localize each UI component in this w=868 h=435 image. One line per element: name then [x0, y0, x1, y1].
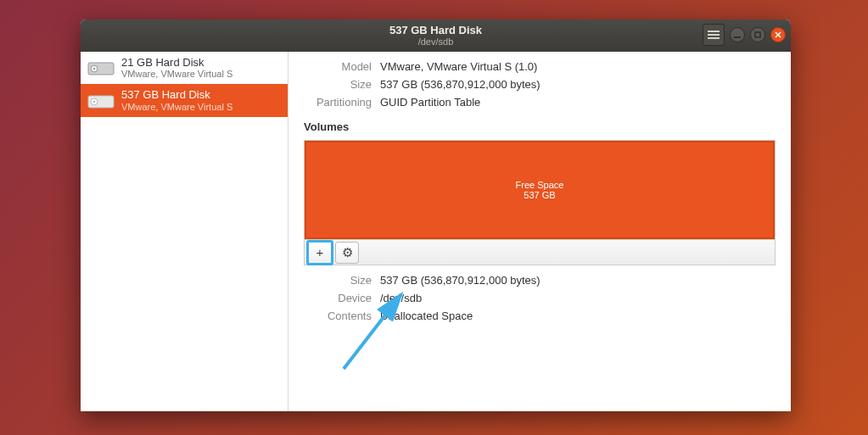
vol-info-row-device: Device /dev/sdb [304, 292, 776, 304]
volume-segment-free-space[interactable]: Free Space 537 GB [305, 141, 775, 239]
hamburger-menu-button[interactable] [703, 24, 725, 46]
hard-disk-icon [87, 58, 115, 78]
size-value: 537 GB (536,870,912,000 bytes) [380, 78, 540, 91]
partitioning-label: Partitioning [304, 96, 380, 109]
svg-point-12 [93, 101, 95, 103]
sidebar-item-title: 21 GB Hard Disk [121, 57, 232, 69]
partitioning-value: GUID Partition Table [380, 96, 480, 109]
volume-segment-size: 537 GB [524, 190, 555, 200]
svg-rect-0 [708, 31, 720, 32]
sidebar-item-text: 21 GB Hard Disk VMware, VMware Virtual S [121, 57, 232, 79]
sidebar-item-disk-1[interactable]: 537 GB Hard Disk VMware, VMware Virtual … [81, 84, 288, 116]
vol-device-value: /dev/sdb [380, 292, 422, 304]
hard-disk-icon [87, 91, 115, 111]
window-title: 537 GB Hard Disk [389, 24, 482, 37]
window-body: 21 GB Hard Disk VMware, VMware Virtual S… [81, 52, 791, 411]
vol-info-row-size: Size 537 GB (536,870,912,000 bytes) [304, 274, 776, 287]
vol-info-row-contents: Contents Unallocated Space [304, 310, 776, 322]
vol-size-label: Size [304, 274, 380, 287]
info-row-partitioning: Partitioning GUID Partition Table [304, 96, 776, 109]
sidebar-item-disk-0[interactable]: 21 GB Hard Disk VMware, VMware Virtual S [81, 52, 288, 84]
disk-sidebar: 21 GB Hard Disk VMware, VMware Virtual S… [81, 52, 288, 411]
info-row-model: Model VMware, VMware Virtual S (1.0) [304, 60, 776, 73]
svg-rect-2 [708, 37, 720, 39]
maximize-button[interactable] [750, 27, 765, 42]
info-row-size: Size 537 GB (536,870,912,000 bytes) [304, 78, 776, 91]
gear-icon: ⚙ [342, 245, 353, 260]
model-label: Model [304, 60, 380, 73]
plus-icon: + [316, 245, 324, 259]
vol-size-value: 537 GB (536,870,912,000 bytes) [380, 274, 540, 287]
titlebar-controls [703, 24, 786, 46]
window-subtitle: /dev/sdb [389, 36, 482, 47]
sidebar-item-subtitle: VMware, VMware Virtual S [121, 69, 232, 79]
size-label: Size [304, 78, 380, 91]
disks-window: 537 GB Hard Disk /dev/sdb 21 GB Hard Dis [81, 20, 791, 411]
volume-settings-button[interactable]: ⚙ [335, 242, 359, 264]
volume-diagram: Free Space 537 GB + ⚙ [304, 140, 776, 265]
volume-info: Size 537 GB (536,870,912,000 bytes) Devi… [304, 274, 776, 322]
main-panel: Model VMware, VMware Virtual S (1.0) Siz… [288, 52, 791, 411]
window-title-block: 537 GB Hard Disk /dev/sdb [389, 24, 482, 48]
sidebar-item-subtitle: VMware, VMware Virtual S [121, 102, 232, 112]
svg-point-9 [93, 68, 95, 70]
volume-toolbar: + ⚙ [305, 239, 775, 265]
minimize-button[interactable] [730, 27, 745, 42]
titlebar: 537 GB Hard Disk /dev/sdb [81, 20, 791, 52]
svg-rect-1 [708, 34, 720, 36]
vol-contents-label: Contents [304, 310, 380, 322]
svg-rect-3 [734, 36, 741, 38]
vol-device-label: Device [304, 292, 380, 304]
svg-rect-4 [755, 32, 760, 37]
vol-contents-value: Unallocated Space [380, 310, 473, 322]
add-partition-button[interactable]: + [306, 240, 333, 265]
volume-segment-title: Free Space [516, 180, 564, 190]
sidebar-item-text: 537 GB Hard Disk VMware, VMware Virtual … [121, 89, 232, 111]
volumes-heading: Volumes [304, 120, 776, 133]
close-button[interactable] [770, 27, 786, 42]
model-value: VMware, VMware Virtual S (1.0) [380, 60, 537, 73]
sidebar-item-title: 537 GB Hard Disk [121, 89, 232, 101]
